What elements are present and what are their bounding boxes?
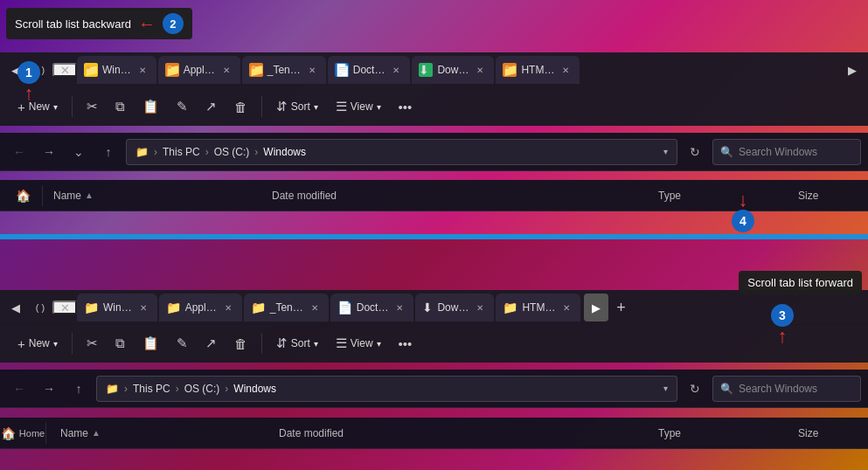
forward-button[interactable]: → bbox=[37, 140, 61, 164]
delete-button-bottom[interactable]: 🗑 bbox=[227, 333, 254, 355]
tab-close-down[interactable]: ✕ bbox=[473, 63, 487, 77]
path-dropdown-icon: ▾ bbox=[663, 147, 668, 156]
tab-close-doc[interactable]: ✕ bbox=[389, 63, 403, 77]
tab-doc-bottom[interactable]: 📄 Doct… ✕ bbox=[330, 294, 414, 321]
tab-scroll-bracket-bottom-button[interactable]: ( ) bbox=[28, 294, 52, 321]
col-type-header-bottom[interactable]: Type bbox=[651, 427, 791, 439]
tab-ten-bottom[interactable]: 📁 _Ten… ✕ bbox=[244, 294, 329, 321]
back-button[interactable]: ← bbox=[7, 140, 31, 164]
tab-close-ten-bottom[interactable]: ✕ bbox=[308, 301, 322, 314]
refresh-button[interactable]: ↻ bbox=[683, 140, 707, 164]
cut-button[interactable]: ✂ bbox=[80, 95, 105, 118]
paste-button[interactable]: 📋 bbox=[135, 95, 166, 118]
tab-label-appl-bottom: Appl… bbox=[185, 301, 217, 314]
download-icon: ⬇ bbox=[422, 301, 433, 314]
path-box[interactable]: 📁 › This PC › OS (C:) › Windows ▾ bbox=[126, 139, 677, 165]
folder-icon: 📁 bbox=[249, 63, 263, 77]
folder-icon: 📁 bbox=[165, 63, 179, 77]
cut-button-bottom[interactable]: ✂ bbox=[80, 332, 105, 355]
tab-close-ten[interactable]: ✕ bbox=[305, 63, 319, 77]
view-label-bottom: View bbox=[351, 337, 373, 349]
paste-button-bottom[interactable]: 📋 bbox=[135, 332, 166, 355]
tab-close-down-bottom[interactable]: ✕ bbox=[473, 301, 487, 314]
col-name-label: Name bbox=[53, 190, 81, 202]
up-button[interactable]: ↑ bbox=[96, 140, 121, 164]
tab-close-doc-bottom[interactable]: ✕ bbox=[392, 301, 406, 314]
tab-windows[interactable]: 📁 Win… ✕ bbox=[77, 56, 156, 84]
col-type-header[interactable]: Type bbox=[651, 190, 791, 202]
annotation-3-container: 3 ↑ bbox=[771, 304, 794, 346]
plus-icon: + bbox=[17, 336, 25, 351]
expand-button[interactable]: ⌄ bbox=[66, 140, 91, 164]
tab-add-button[interactable]: + bbox=[608, 295, 633, 320]
delete-button[interactable]: 🗑 bbox=[227, 96, 254, 118]
tab-close-windows[interactable]: ✕ bbox=[135, 63, 149, 77]
copy-button[interactable]: ⧉ bbox=[108, 95, 132, 118]
tab-scroll-forward-button[interactable]: ▶ bbox=[840, 56, 865, 84]
search-box-bottom[interactable]: 🔍 Search Windows bbox=[712, 376, 861, 402]
col-divider-bottom bbox=[45, 423, 46, 444]
sort-dropdown-icon: ▾ bbox=[314, 339, 318, 349]
col-date-header-bottom[interactable]: Date modified bbox=[272, 427, 651, 439]
tab-scroll-back-bottom-button[interactable]: ◀ bbox=[3, 294, 28, 321]
sidebar-toggle[interactable]: 🏠 bbox=[7, 189, 38, 203]
tab-htm[interactable]: 📁 HTM… ✕ bbox=[496, 56, 580, 84]
view-button-bottom[interactable]: ☰ View ▾ bbox=[329, 332, 388, 355]
tab-close-appl-bottom[interactable]: ✕ bbox=[221, 301, 235, 314]
tab-down-bottom[interactable]: ⬇ Dow… ✕ bbox=[415, 294, 494, 321]
arrow-up-icon: ↑ bbox=[24, 84, 34, 103]
view-icon: ☰ bbox=[336, 335, 347, 351]
tab-close-windows-bottom[interactable]: ✕ bbox=[136, 301, 150, 314]
refresh-button-bottom[interactable]: ↻ bbox=[683, 377, 707, 401]
share-button-bottom[interactable]: ↗ bbox=[198, 332, 224, 355]
copy-button-bottom[interactable]: ⧉ bbox=[108, 332, 132, 355]
more-button-bottom[interactable]: ••• bbox=[392, 333, 420, 355]
back-button-bottom[interactable]: ← bbox=[7, 377, 31, 401]
col-name-header-bottom[interactable]: Name ▲ bbox=[53, 427, 272, 439]
col-date-label: Date modified bbox=[272, 190, 337, 202]
tab-scroll-forward-bottom-button[interactable]: ▶ bbox=[584, 294, 608, 321]
tab-windows-bottom[interactable]: 📁 Win… ✕ bbox=[77, 294, 157, 321]
col-date-header[interactable]: Date modified bbox=[265, 190, 651, 202]
tab-close-htm[interactable]: ✕ bbox=[559, 63, 573, 77]
tab-appl[interactable]: 📁 Appl… ✕ bbox=[158, 56, 240, 84]
more-button[interactable]: ••• bbox=[392, 96, 420, 118]
sort-button[interactable]: ⇵ Sort ▾ bbox=[269, 95, 325, 118]
more-icon: ••• bbox=[399, 100, 413, 114]
col-size-header[interactable]: Size bbox=[791, 190, 861, 202]
copy-icon: ⧉ bbox=[115, 99, 125, 114]
up-button-bottom[interactable]: ↑ bbox=[66, 377, 91, 401]
tab-close-htm-bottom[interactable]: ✕ bbox=[559, 301, 573, 314]
tab-label-doc-bottom: Doct… bbox=[357, 301, 389, 314]
path-box-bottom[interactable]: 📁 › This PC › OS (C:) › Windows ▾ bbox=[96, 376, 677, 402]
rename-button-bottom[interactable]: ✎ bbox=[170, 332, 195, 355]
sidebar-home-bottom[interactable]: 🏠 Home bbox=[7, 426, 38, 440]
tab-down[interactable]: ⬇ Dow… ✕ bbox=[412, 56, 494, 84]
new-label-bottom: New bbox=[29, 337, 50, 349]
path-folder-icon: 📁 bbox=[106, 383, 119, 395]
sort-icon: ⇵ bbox=[276, 335, 288, 351]
col-divider bbox=[42, 185, 43, 206]
view-button[interactable]: ☰ View ▾ bbox=[329, 95, 388, 118]
tab-close-all-button[interactable]: ✕ bbox=[52, 63, 77, 77]
toolbar-sep-1b bbox=[72, 333, 73, 354]
tab-close-appl[interactable]: ✕ bbox=[219, 63, 233, 77]
tab-label-windows-bottom: Win… bbox=[103, 301, 132, 314]
search-box-top[interactable]: 🔍 Search Windows bbox=[712, 139, 861, 165]
new-button-bottom[interactable]: + New ▾ bbox=[10, 333, 65, 355]
col-size-header-bottom[interactable]: Size bbox=[791, 427, 861, 439]
tab-htm-bottom[interactable]: 📁 HTM… ✕ bbox=[496, 294, 580, 321]
rename-icon: ✎ bbox=[177, 99, 188, 114]
forward-button-bottom[interactable]: → bbox=[37, 377, 61, 401]
rename-button[interactable]: ✎ bbox=[170, 95, 195, 118]
tab-ten[interactable]: 📁 _Ten… ✕ bbox=[242, 56, 326, 84]
tab-close-all-bottom-button[interactable]: ✕ bbox=[52, 301, 77, 314]
col-name-header[interactable]: Name ▲ bbox=[46, 190, 265, 202]
doc-icon: 📄 bbox=[337, 301, 352, 314]
share-button[interactable]: ↗ bbox=[198, 95, 224, 118]
sort-button-bottom[interactable]: ⇵ Sort ▾ bbox=[269, 332, 325, 355]
col-name-label-bottom: Name bbox=[60, 427, 88, 439]
tab-appl-bottom[interactable]: 📁 Appl… ✕ bbox=[159, 294, 242, 321]
tab-doc[interactable]: 📄 Doct… ✕ bbox=[328, 56, 411, 84]
path-folder-icon: 📁 bbox=[135, 146, 149, 158]
